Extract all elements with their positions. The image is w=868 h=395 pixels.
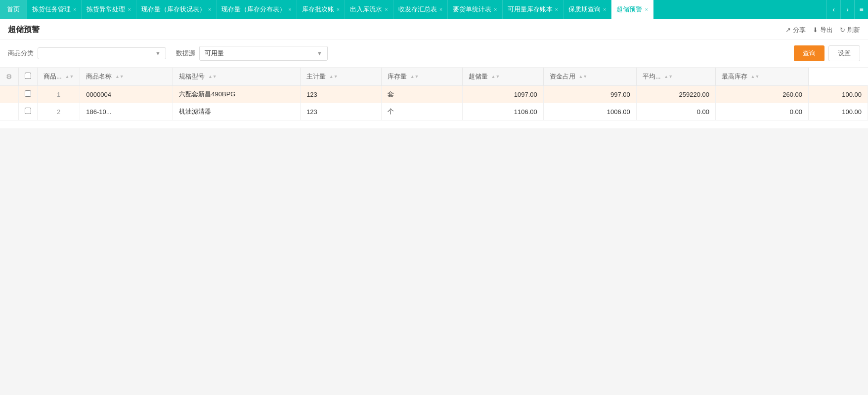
page-title: 超储预警 xyxy=(8,25,40,35)
category-select[interactable]: ▼ xyxy=(38,47,166,59)
tab-1[interactable]: 拣货任务管理 × xyxy=(27,0,82,19)
select-all-checkbox[interactable] xyxy=(25,73,31,79)
name-sort-icon: ▲▼ xyxy=(115,75,124,79)
category-filter-group: 商品分类 ▼ xyxy=(8,47,166,59)
col-header-checkbox[interactable] xyxy=(19,68,38,86)
nav-next-btn[interactable]: › xyxy=(840,0,854,19)
tab-8[interactable]: 要货单统计表 × xyxy=(448,0,502,19)
table-row: 1 0000004 六配套新昌490BPG 123 套 1097.00 997.… xyxy=(0,86,868,103)
row-name: 六配套新昌490BPG xyxy=(173,86,301,103)
tab-5-close[interactable]: × xyxy=(337,6,340,12)
tab-2[interactable]: 拣货异常处理 × xyxy=(82,0,136,19)
avg-sort-icon: ▲▼ xyxy=(664,75,673,79)
settings-button[interactable]: 设置 xyxy=(828,45,860,61)
row-capital: 0.00 xyxy=(636,103,715,120)
max-sort-icon: ▲▼ xyxy=(751,75,760,79)
table-header-row: ⚙ 商品... ▲▼ 商品名称 ▲▼ 规格型号 ▲▼ xyxy=(0,68,868,86)
tab-1-close[interactable]: × xyxy=(73,6,76,12)
row-name: 机油滤清器 xyxy=(173,103,301,120)
column-settings-icon[interactable]: ⚙ xyxy=(6,73,12,80)
spec-sort-icon: ▲▼ xyxy=(208,75,217,79)
tab-8-close[interactable]: × xyxy=(494,6,497,12)
row-checkbox-cell[interactable] xyxy=(19,103,38,120)
row-stock: 1097.00 xyxy=(462,86,543,103)
row-gear-cell xyxy=(0,86,19,103)
row-checkbox[interactable] xyxy=(25,90,31,97)
refresh-icon: ↻ xyxy=(840,26,845,34)
table-row: 2 186-10... 机油滤清器 123 个 1106.00 1006.00 … xyxy=(0,103,868,120)
export-icon: ⬇ xyxy=(813,26,818,34)
col-header-name[interactable]: 商品名称 ▲▼ xyxy=(80,68,173,86)
refresh-btn[interactable]: ↻ 刷新 xyxy=(840,26,860,35)
tab-7[interactable]: 收发存汇总表 × xyxy=(393,0,448,19)
filter-bar: 商品分类 ▼ 数据源 可用量 ▼ 查询 设置 xyxy=(0,40,868,68)
tab-6[interactable]: 出入库流水 × xyxy=(345,0,393,19)
row-sku: 186-10... xyxy=(80,103,173,120)
tab-11[interactable]: 超储预警 × xyxy=(611,0,653,19)
tab-7-close[interactable]: × xyxy=(439,6,442,12)
row-unit: 个 xyxy=(382,103,463,120)
top-navigation: 首页 拣货任务管理 × 拣货异常处理 × 现存量（库存状况表） × 现存量（库存… xyxy=(0,0,868,19)
nav-home[interactable]: 首页 xyxy=(0,0,27,19)
col-header-over[interactable]: 超储量 ▲▼ xyxy=(462,68,543,86)
share-icon: ↗ xyxy=(785,26,791,34)
row-max: 100.00 xyxy=(808,86,868,103)
row-max: 100.00 xyxy=(808,103,868,120)
tab-4[interactable]: 现存量（库存分布表） × xyxy=(217,0,297,19)
col-header-sku[interactable]: 商品... ▲▼ xyxy=(38,68,80,86)
datasource-select[interactable]: 可用量 ▼ xyxy=(199,46,328,61)
page-header: 超储预警 ↗ 分享 ⬇ 导出 ↻ 刷新 xyxy=(0,19,868,40)
export-btn[interactable]: ⬇ 导出 xyxy=(813,26,833,35)
sku-sort-icon: ▲▼ xyxy=(65,75,74,79)
col-header-spec[interactable]: 规格型号 ▲▼ xyxy=(173,68,301,86)
row-index: 2 xyxy=(38,103,80,120)
nav-more-btn[interactable]: ≡ xyxy=(854,0,868,19)
row-index: 1 xyxy=(38,86,80,103)
category-arrow-icon: ▼ xyxy=(155,50,161,56)
row-spec: 123 xyxy=(301,103,382,120)
row-stock: 1106.00 xyxy=(462,103,543,120)
share-btn[interactable]: ↗ 分享 xyxy=(785,26,806,35)
tab-6-close[interactable]: × xyxy=(385,6,388,12)
tab-5[interactable]: 库存批次账 × xyxy=(297,0,345,19)
page-wrapper: 超储预警 ↗ 分享 ⬇ 导出 ↻ 刷新 商品分类 ▼ 数据源 xyxy=(0,19,868,128)
tab-10-close[interactable]: × xyxy=(603,6,606,12)
row-avg: 260.00 xyxy=(715,86,808,103)
col-header-unit[interactable]: 主计量 ▲▼ xyxy=(301,68,382,86)
datasource-value: 可用量 xyxy=(205,49,224,58)
row-capital: 259220.00 xyxy=(636,86,715,103)
stock-sort-icon: ▲▼ xyxy=(410,75,419,79)
unit-sort-icon: ▲▼ xyxy=(329,75,338,79)
tab-10[interactable]: 保质期查询 × xyxy=(564,0,611,19)
capital-sort-icon: ▲▼ xyxy=(578,75,587,79)
row-sku: 0000004 xyxy=(80,86,173,103)
nav-arrows: ‹ › ≡ xyxy=(826,0,868,19)
tab-3[interactable]: 现存量（库存状况表） × xyxy=(136,0,217,19)
tab-9[interactable]: 可用量库存账本 × xyxy=(503,0,564,19)
tab-9-close[interactable]: × xyxy=(555,6,558,12)
tab-3-close[interactable]: × xyxy=(208,6,211,12)
row-checkbox[interactable] xyxy=(25,108,31,114)
datasource-arrow-icon: ▼ xyxy=(317,50,322,56)
col-header-capital[interactable]: 资金占用 ▲▼ xyxy=(543,68,636,86)
tab-2-close[interactable]: × xyxy=(128,6,130,12)
filter-actions: 查询 设置 xyxy=(794,45,860,61)
query-button[interactable]: 查询 xyxy=(794,45,825,61)
tab-4-close[interactable]: × xyxy=(288,6,291,12)
col-header-avg[interactable]: 平均... ▲▼ xyxy=(636,68,715,86)
tab-11-close[interactable]: × xyxy=(645,6,648,12)
row-unit: 套 xyxy=(382,86,463,103)
nav-prev-btn[interactable]: ‹ xyxy=(826,0,840,19)
row-over: 1006.00 xyxy=(543,103,636,120)
category-label: 商品分类 xyxy=(8,49,34,58)
row-gear-cell xyxy=(0,103,19,120)
datasource-filter-group: 数据源 可用量 ▼ xyxy=(176,46,328,61)
data-table: ⚙ 商品... ▲▼ 商品名称 ▲▼ 规格型号 ▲▼ xyxy=(0,68,868,120)
col-header-stock[interactable]: 库存量 ▲▼ xyxy=(382,68,463,86)
over-sort-icon: ▲▼ xyxy=(491,75,500,79)
row-over: 997.00 xyxy=(543,86,636,103)
header-actions: ↗ 分享 ⬇ 导出 ↻ 刷新 xyxy=(785,26,860,35)
col-header-settings: ⚙ xyxy=(0,68,19,86)
row-checkbox-cell[interactable] xyxy=(19,86,38,103)
col-header-max[interactable]: 最高库存 ▲▼ xyxy=(715,68,808,86)
